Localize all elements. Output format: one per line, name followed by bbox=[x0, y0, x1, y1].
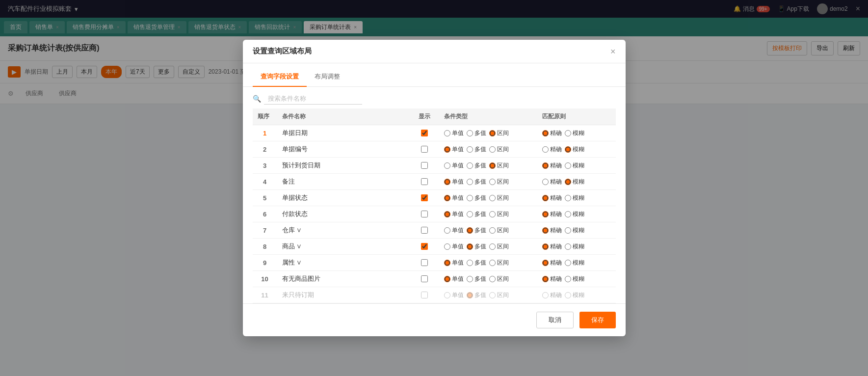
modal-overlay: 设置查询区域布局 × 查询字段设置 布局调整 🔍 bbox=[0, 0, 868, 104]
modal-close-button[interactable]: × bbox=[610, 47, 616, 56]
modal-header: 设置查询区域布局 × bbox=[243, 40, 626, 63]
modal-tab-bar: 查询字段设置 布局调整 bbox=[243, 63, 626, 87]
tab-layout-adjust[interactable]: 布局调整 bbox=[307, 69, 348, 87]
modal-title: 设置查询区域布局 bbox=[253, 47, 312, 56]
search-input[interactable] bbox=[264, 93, 362, 104]
tab-query-fields[interactable]: 查询字段设置 bbox=[253, 69, 307, 87]
modal-body: 查询字段设置 布局调整 🔍 顺序 条件名称 显示 bbox=[243, 63, 626, 104]
settings-modal: 设置查询区域布局 × 查询字段设置 布局调整 🔍 bbox=[243, 40, 626, 104]
modal-search-bar: 🔍 bbox=[243, 87, 626, 104]
search-icon: 🔍 bbox=[253, 95, 261, 103]
